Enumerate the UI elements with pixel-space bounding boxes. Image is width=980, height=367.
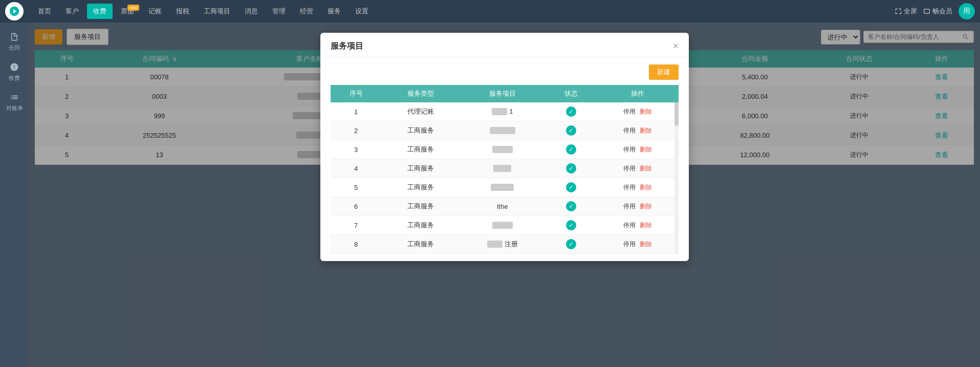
stop-button[interactable]: 停用 xyxy=(623,107,636,116)
project-suffix: 1 xyxy=(509,107,513,115)
sidebar-item-statement[interactable]: 对账单 xyxy=(1,88,28,116)
sidebar-item-statement-label: 对账单 xyxy=(6,104,23,112)
modal-title: 服务项目 xyxy=(331,41,363,52)
modal-cell-index: 4 xyxy=(331,159,382,178)
stop-button[interactable]: 停用 xyxy=(623,145,636,154)
modal-cell-project: 1 xyxy=(460,102,546,121)
nav-business[interactable]: 工商项目 xyxy=(198,4,236,19)
stop-button[interactable]: 停用 xyxy=(623,183,636,192)
modal-body: 新建 序号 服务类型 服务项目 状态 操作 xyxy=(320,57,689,261)
modal-cell-project xyxy=(460,216,546,235)
modal-cell-index: 7 xyxy=(331,216,382,235)
modal-cell-action[interactable]: 停用 删除 xyxy=(597,121,678,140)
modal-cell-action[interactable]: 停用 删除 xyxy=(597,235,678,254)
status-check-icon: ✓ xyxy=(566,125,576,136)
modal-cell-action[interactable]: 停用 删除 xyxy=(597,140,678,159)
main-content: 新增 服务项目 进行中 已完成 已终止 序号 合同编码 ⇅ xyxy=(29,23,980,367)
delete-button[interactable]: 删除 xyxy=(640,240,652,249)
avatar[interactable]: 用 xyxy=(959,3,975,19)
scrollbar-track[interactable] xyxy=(674,85,679,254)
modal-cell-status: ✓ xyxy=(546,197,597,216)
modal-cell-project xyxy=(460,178,546,197)
stop-button[interactable]: 停用 xyxy=(623,164,636,173)
nav-settings[interactable]: 设置 xyxy=(349,4,375,19)
nav-message[interactable]: 消息 xyxy=(238,4,264,19)
modal-cell-action[interactable]: 停用 删除 xyxy=(597,216,678,235)
modal-cell-project: Ithe xyxy=(460,197,546,216)
modal-cell-project xyxy=(460,121,546,140)
modal-cell-project xyxy=(460,159,546,178)
top-nav: 首页 客户 收费 票据 new 记账 报税 工商项目 消息 管理 经营 服务 设… xyxy=(0,0,980,23)
top-nav-right: 全屏 畅会员 用 xyxy=(895,3,975,19)
member-button[interactable]: 畅会员 xyxy=(923,7,952,16)
modal-cell-type: 工商服务 xyxy=(382,140,460,159)
stop-button[interactable]: 停用 xyxy=(623,126,636,135)
modal-close-button[interactable]: × xyxy=(673,41,679,52)
modal-cell-type: 工商服务 xyxy=(382,235,460,254)
sidebar-item-contract-label: 合同 xyxy=(9,44,20,52)
nav-items: 首页 客户 收费 票据 new 记账 报税 工商项目 消息 管理 经营 服务 设… xyxy=(32,4,895,19)
modal-cell-status: ✓ xyxy=(546,159,597,178)
modal-cell-project: 注册 xyxy=(460,235,546,254)
nav-invoice[interactable]: 票据 new xyxy=(115,4,140,19)
modal-cell-action[interactable]: 停用 删除 xyxy=(597,178,678,197)
modal-col-action: 操作 xyxy=(597,85,678,102)
delete-button[interactable]: 删除 xyxy=(640,145,652,154)
modal-overlay: 服务项目 × 新建 序号 服务类型 服务项目 xyxy=(29,23,980,367)
stop-button[interactable]: 停用 xyxy=(623,240,636,249)
modal-cell-type: 代理记账 xyxy=(382,102,460,121)
modal-cell-status: ✓ xyxy=(546,121,597,140)
fullscreen-button[interactable]: 全屏 xyxy=(895,7,917,16)
modal-cell-index: 2 xyxy=(331,121,382,140)
nav-fee[interactable]: 收费 xyxy=(87,4,113,19)
stop-button[interactable]: 停用 xyxy=(623,202,636,211)
delete-button[interactable]: 删除 xyxy=(640,164,652,173)
modal-new-button[interactable]: 新建 xyxy=(649,64,679,80)
statement-icon xyxy=(9,92,19,102)
modal-col-status: 状态 xyxy=(546,85,597,102)
nav-operation[interactable]: 经营 xyxy=(294,4,319,19)
modal-cell-action[interactable]: 停用 删除 xyxy=(597,102,678,121)
delete-button[interactable]: 删除 xyxy=(640,202,652,211)
nav-service[interactable]: 服务 xyxy=(321,4,347,19)
modal-col-index: 序号 xyxy=(331,85,382,102)
nav-bookkeeping[interactable]: 记账 xyxy=(142,4,168,19)
svg-rect-0 xyxy=(924,9,930,13)
nav-customer[interactable]: 客户 xyxy=(59,4,85,19)
modal-col-type: 服务类型 xyxy=(382,85,460,102)
nav-tax[interactable]: 报税 xyxy=(170,4,195,19)
modal-cell-status: ✓ xyxy=(546,140,597,159)
stop-button[interactable]: 停用 xyxy=(623,221,636,230)
status-check-icon: ✓ xyxy=(566,144,576,155)
nav-manage[interactable]: 管理 xyxy=(266,4,292,19)
status-check-icon: ✓ xyxy=(566,220,576,230)
modal-cell-action[interactable]: 停用 删除 xyxy=(597,197,678,216)
modal-cell-index: 6 xyxy=(331,197,382,216)
status-check-icon: ✓ xyxy=(566,201,576,211)
modal-toolbar: 新建 xyxy=(331,64,679,80)
delete-button[interactable]: 删除 xyxy=(640,107,652,116)
contract-icon xyxy=(9,32,19,42)
modal-cell-status: ✓ xyxy=(546,178,597,197)
sidebar-item-fee[interactable]: 收费 xyxy=(1,58,28,86)
modal-table-row: 1 代理记账 1 ✓ 停用 删除 xyxy=(331,102,679,121)
modal-cell-project xyxy=(460,140,546,159)
modal-cell-type: 工商服务 xyxy=(382,178,460,197)
app-logo[interactable] xyxy=(5,2,24,20)
delete-button[interactable]: 删除 xyxy=(640,183,652,192)
delete-button[interactable]: 删除 xyxy=(640,126,652,135)
modal-cell-status: ✓ xyxy=(546,235,597,254)
delete-button[interactable]: 删除 xyxy=(640,221,652,230)
modal-cell-action[interactable]: 停用 删除 xyxy=(597,159,678,178)
sidebar: 合同 收费 对账单 xyxy=(0,23,29,367)
modal-table: 序号 服务类型 服务项目 状态 操作 1 代理记账 1 ✓ 停用 删除 xyxy=(331,85,679,254)
layout: 合同 收费 对账单 新增 服务项目 进行中 已完成 已终止 xyxy=(0,23,980,367)
sidebar-item-fee-label: 收费 xyxy=(9,74,20,82)
fee-icon xyxy=(9,62,19,72)
nav-home[interactable]: 首页 xyxy=(32,4,57,19)
sidebar-item-contract[interactable]: 合同 xyxy=(1,28,28,56)
modal-table-row: 2 工商服务 ✓ 停用 删除 xyxy=(331,121,679,140)
project-suffix: 注册 xyxy=(505,240,518,249)
modal-cell-index: 8 xyxy=(331,235,382,254)
modal-table-row: 3 工商服务 ✓ 停用 删除 xyxy=(331,140,679,159)
